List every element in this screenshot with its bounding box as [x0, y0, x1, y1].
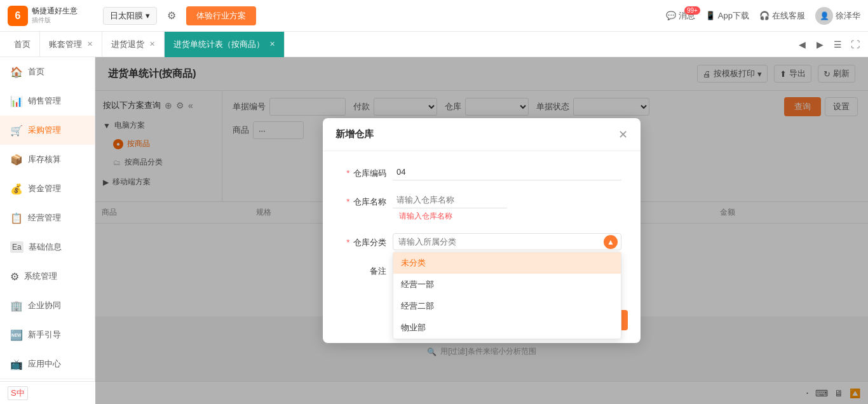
inventory-icon: 📦 [10, 154, 23, 166]
tab-account[interactable]: 账套管理 ✕ [40, 32, 102, 57]
form-row-category: * 仓库分类 ▲ 未分类 经营一部 经营二部 物业部 [342, 233, 621, 250]
sidebar-label-home: 首页 [28, 66, 44, 77]
basic-icon: Ea [10, 241, 24, 253]
content-area: 进货单统计(按商品) 🖨 按模板打印 ▾ ⬆ 导出 ↻ 刷新 [95, 57, 868, 404]
tab-account-close-icon[interactable]: ✕ [87, 40, 93, 48]
logo-area: 6 畅捷通好生意 插件版 [8, 6, 103, 26]
user-avatar: 👤 [815, 7, 833, 25]
sidebar-label-finance: 资金管理 [28, 183, 61, 194]
online-service[interactable]: 🎧 在线客服 [759, 10, 805, 22]
warehouse-name-input[interactable] [393, 192, 507, 208]
settings-gear-icon[interactable]: ⚙ [162, 6, 181, 25]
headset-icon: 🎧 [759, 11, 770, 20]
home-icon: 🏠 [10, 66, 23, 78]
sidebar-label-system: 系统管理 [24, 271, 57, 282]
sidebar-item-guide[interactable]: 🆕 新手引导 [0, 320, 95, 349]
message-icon: 💬 [666, 11, 676, 20]
name-error-wrapper: 请输入仓库名称 [399, 210, 452, 222]
top-header: 6 畅捷通好生意 插件版 日太阳膜 ▾ ⚙ 体验行业方案 💬 消息 99+ 📱 … [0, 0, 868, 32]
sidebar-item-app-center[interactable]: 📺 应用中心 [0, 349, 95, 379]
tab-next-icon[interactable]: ▶ [812, 37, 827, 52]
sidebar-item-basic[interactable]: Ea 基础信息 [0, 232, 95, 262]
dropdown-item-1[interactable]: 经营一部 [393, 274, 621, 295]
app-name: 畅捷通好生意 [32, 6, 78, 17]
tab-purchase-return[interactable]: 进货退货 ✕ [102, 32, 165, 57]
dropdown-item-3[interactable]: 物业部 [393, 317, 621, 339]
name-error-msg: 请输入仓库名称 [399, 212, 452, 220]
tab-purchase-stats-close-icon[interactable]: ✕ [269, 40, 275, 48]
header-right: 💬 消息 99+ 📱 App下载 🎧 在线客服 👤 徐泽华 [666, 7, 860, 25]
form-row-code: * 仓库编码 [342, 164, 621, 180]
tab-prev-icon[interactable]: ◀ [794, 37, 810, 52]
sidebar-item-enterprise[interactable]: 🏢 企业协同 [0, 291, 95, 320]
dialog-body: * 仓库编码 * 仓库名称 [323, 151, 641, 302]
tab-account-label: 账套管理 [49, 39, 82, 50]
sidebar-label-inventory: 库存核算 [28, 154, 61, 165]
tab-purchase-return-close-icon[interactable]: ✕ [149, 40, 155, 48]
experience-btn[interactable]: 体验行业方案 [186, 6, 256, 25]
dialog-title: 新增仓库 [336, 128, 374, 140]
warehouse-dialog: 新增仓库 ✕ * 仓库编码 [323, 118, 641, 343]
tab-home[interactable]: 首页 [5, 32, 40, 57]
tab-purchase-stats[interactable]: 进货单统计表（按商品） ✕ [165, 32, 285, 57]
sidebar: 🏠 首页 📊 销售管理 🛒 采购管理 📦 库存核算 💰 资金管理 📋 经营管理 … [0, 57, 95, 404]
code-label: * 仓库编码 [342, 164, 393, 179]
logo-text-block: 畅捷通好生意 插件版 [32, 6, 78, 25]
dropdown-item-2[interactable]: 经营二部 [393, 295, 621, 317]
system-icon: ⚙ [10, 271, 19, 283]
app-center-icon: 📺 [10, 358, 23, 370]
category-dropdown: 未分类 经营一部 经营二部 物业部 [393, 252, 621, 339]
user-info[interactable]: 👤 徐泽华 [815, 7, 860, 25]
category-label: * 仓库分类 [342, 233, 393, 248]
sidebar-item-finance[interactable]: 💰 资金管理 [0, 174, 95, 203]
category-input[interactable] [393, 233, 621, 250]
operation-icon: 📋 [10, 212, 23, 224]
sidebar-item-system[interactable]: ⚙ 系统管理 [0, 262, 95, 291]
app-sub: 插件版 [32, 16, 78, 25]
sidebar-item-home[interactable]: 🏠 首页 [0, 57, 95, 86]
sidebar-label-guide: 新手引导 [28, 329, 61, 340]
header-center: 日太阳膜 ▾ ⚙ 体验行业方案 [103, 6, 666, 25]
sales-icon: 📊 [10, 95, 23, 107]
tab-purchase-stats-label: 进货单统计表（按商品） [173, 39, 264, 50]
store-name: 日太阳膜 [110, 10, 143, 22]
tab-purchase-return-label: 进货退货 [111, 39, 144, 50]
tab-menu-icon[interactable]: ☰ [830, 37, 845, 52]
dropdown-arrow-icon: ▾ [146, 11, 150, 20]
form-row-name-inner: * 仓库名称 [342, 192, 507, 208]
main-layout: 🏠 首页 📊 销售管理 🛒 采购管理 📦 库存核算 💰 资金管理 📋 经营管理 … [0, 57, 868, 404]
sogou-icon[interactable]: S中 [8, 386, 28, 400]
sidebar-item-operation[interactable]: 📋 经营管理 [0, 203, 95, 232]
sidebar-item-inventory[interactable]: 📦 库存核算 [0, 145, 95, 174]
warehouse-code-input[interactable] [393, 164, 621, 180]
sidebar-item-purchase[interactable]: 🛒 采购管理 [0, 116, 95, 145]
app-download[interactable]: 📱 App下载 [705, 10, 749, 22]
sidebar-label-operation: 经营管理 [28, 212, 61, 224]
enterprise-icon: 🏢 [10, 300, 23, 312]
category-input-wrapper: ▲ 未分类 经营一部 经营二部 物业部 [393, 233, 621, 250]
dropdown-item-0[interactable]: 未分类 [393, 252, 621, 274]
category-arrow-icon[interactable]: ▲ [604, 235, 618, 249]
purchase-icon: 🛒 [10, 125, 23, 137]
tab-bar: 首页 账套管理 ✕ 进货退货 ✕ 进货单统计表（按商品） ✕ ◀ ▶ ☰ ⛶ [0, 32, 868, 57]
app-download-label: App下载 [718, 10, 749, 22]
form-row-name: * 仓库名称 请输入仓库名称 [342, 192, 621, 222]
sidebar-label-purchase: 采购管理 [28, 125, 61, 136]
tab-controls: ◀ ▶ ☰ ⛶ [794, 37, 863, 52]
online-service-label: 在线客服 [772, 10, 805, 22]
overlay: 新增仓库 ✕ * 仓库编码 [95, 57, 868, 404]
finance-icon: 💰 [10, 183, 23, 195]
dialog-header: 新增仓库 ✕ [323, 118, 641, 151]
name-label: * 仓库名称 [342, 192, 393, 208]
sidebar-label-basic: 基础信息 [29, 241, 62, 253]
sidebar-label-app-center: 应用中心 [28, 358, 61, 370]
sidebar-item-sales[interactable]: 📊 销售管理 [0, 86, 95, 116]
tab-expand-icon[interactable]: ⛶ [848, 37, 863, 52]
message-notification[interactable]: 💬 消息 99+ [666, 10, 695, 22]
store-selector[interactable]: 日太阳膜 ▾ [103, 7, 157, 25]
dialog-close-icon[interactable]: ✕ [618, 129, 628, 140]
note-label: 备注 [342, 262, 393, 277]
guide-icon: 🆕 [10, 329, 23, 341]
sidebar-label-sales: 销售管理 [28, 95, 61, 107]
user-name: 徐泽华 [836, 10, 860, 22]
